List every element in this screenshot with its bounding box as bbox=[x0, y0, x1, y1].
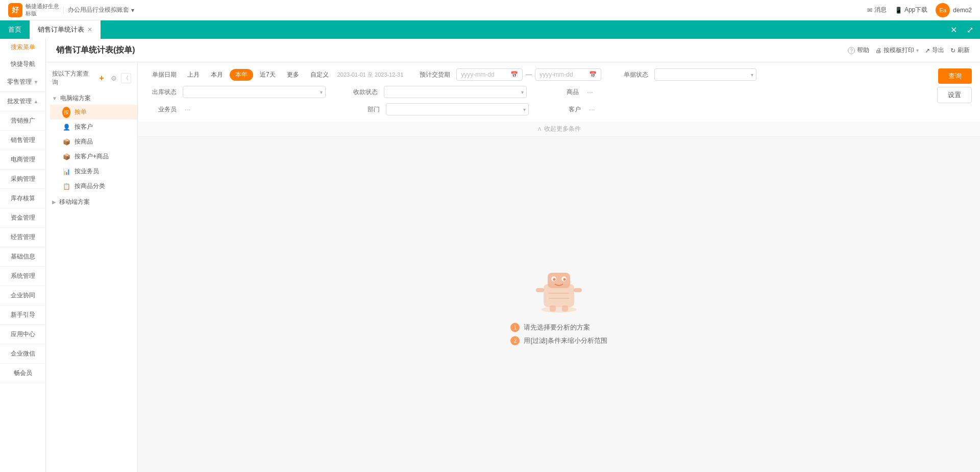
pay-status-select-wrap: ▾ bbox=[384, 86, 527, 98]
date-btn-this-year[interactable]: 本年 bbox=[230, 69, 253, 81]
print-icon: 🖨 bbox=[875, 47, 881, 54]
scheme-item-by-goods[interactable]: 📦 按商品 bbox=[50, 134, 137, 149]
sidebar-item-weixin[interactable]: 企业微信 bbox=[0, 344, 45, 364]
scheme-desktop-arrow-icon: ▼ bbox=[52, 96, 57, 101]
filter-form: 单据日期 上月 本月 本年 近7天 更多 自定义 2023-01-01 至 20… bbox=[138, 62, 933, 122]
tab-bar-right: ✕ ⤢ bbox=[947, 23, 980, 36]
staff-ellipsis[interactable]: ··· bbox=[185, 105, 328, 113]
ship-status-select[interactable] bbox=[183, 86, 326, 98]
sidebar-item-purchase[interactable]: 采购管理 bbox=[0, 170, 45, 189]
customer-ellipsis[interactable]: ··· bbox=[589, 105, 595, 113]
scheme-item-by-staff[interactable]: 📊 按业务员 bbox=[50, 164, 137, 179]
sidebar-search[interactable]: 搜索菜单 bbox=[0, 39, 45, 56]
empty-step-1: 1 请先选择要分析的方案 bbox=[510, 323, 607, 332]
tab-sales-order-stats[interactable]: 销售订单统计表 ✕ bbox=[30, 20, 101, 39]
scheme-panel: 按以下方案查询 + ⚙ 《 ▼ 电脑端方案 bbox=[46, 62, 138, 472]
sidebar-item-retail[interactable]: 零售管理 ▼ bbox=[0, 73, 45, 92]
calendar-icon-2: 📅 bbox=[589, 71, 597, 78]
sidebar-item-ecommerce[interactable]: 电商管理 bbox=[0, 150, 45, 170]
svg-rect-7 bbox=[536, 288, 544, 292]
page-header: 销售订单统计表(按单) ? 帮助 🖨 按模板打印 ▾ ↗ 导出 ↻ 刷新 bbox=[46, 39, 980, 62]
delivery-date-start[interactable]: yyyy-mm-dd 📅 bbox=[456, 68, 523, 81]
svg-rect-8 bbox=[574, 288, 582, 292]
page-area: 销售订单统计表(按单) ? 帮助 🖨 按模板打印 ▾ ↗ 导出 ↻ 刷新 bbox=[46, 39, 980, 472]
date-range-text: 2023-01-01 至 2023-12-31 bbox=[337, 71, 404, 79]
sidebar-item-finance[interactable]: 资金管理 bbox=[0, 208, 45, 228]
help-btn[interactable]: ? 帮助 bbox=[848, 46, 869, 55]
template-print-btn[interactable]: 🖨 按模板打印 ▾ bbox=[875, 46, 919, 55]
tab-fullscreen-btn[interactable]: ⤢ bbox=[964, 23, 976, 36]
scheme-item-by-customer-goods[interactable]: 📦 按客户+商品 bbox=[50, 149, 137, 164]
scheme-section-desktop-header[interactable]: ▼ 电脑端方案 bbox=[46, 92, 137, 105]
breadcrumb: 办公用品行业模拟账套 ▾ bbox=[68, 6, 134, 14]
scheme-section-desktop: ▼ 电脑端方案 按 按单 👤 按客户 bbox=[46, 92, 137, 194]
top-bar-left: 好 畅捷通好生意 标版 办公用品行业模拟账套 ▾ bbox=[8, 3, 134, 17]
scheme-section-mobile-header[interactable]: ▶ 移动端方案 bbox=[46, 196, 137, 208]
scheme-panel-header: 按以下方案查询 + ⚙ 《 bbox=[46, 67, 137, 89]
sidebar-item-system[interactable]: 系统管理 bbox=[0, 267, 45, 286]
query-button[interactable]: 查询 bbox=[938, 68, 972, 84]
sidebar-item-enterprise[interactable]: 企业协同 bbox=[0, 286, 45, 305]
svg-rect-11 bbox=[550, 305, 556, 312]
sidebar-item-appstore[interactable]: 应用中心 bbox=[0, 325, 45, 344]
tab-close-icon[interactable]: ✕ bbox=[87, 26, 92, 33]
scheme-item-by-customer[interactable]: 👤 按客户 bbox=[50, 120, 137, 134]
filter-container: 单据日期 上月 本月 本年 近7天 更多 自定义 2023-01-01 至 20… bbox=[138, 62, 980, 122]
sidebar-item-operations[interactable]: 经营管理 bbox=[0, 228, 45, 247]
date-btn-last-month[interactable]: 上月 bbox=[183, 69, 204, 81]
empty-state: 1 请先选择要分析的方案 2 用[过滤]条件来缩小分析范围 bbox=[138, 137, 980, 472]
sidebar-wholesale-arrow: ▲ bbox=[34, 99, 39, 104]
svg-point-5 bbox=[553, 278, 556, 281]
scheme-add-icon[interactable]: + bbox=[96, 73, 107, 83]
message-action[interactable]: ✉ 消息 bbox=[867, 6, 887, 14]
sidebar-quick-nav[interactable]: 快捷导航 bbox=[0, 56, 45, 73]
date-btn-last7days[interactable]: 近7天 bbox=[255, 69, 280, 81]
expected-delivery-inputs: yyyy-mm-dd 📅 — yyyy-mm-dd 📅 bbox=[456, 68, 601, 81]
tab-home[interactable]: 首页 bbox=[0, 20, 30, 39]
date-btn-this-month[interactable]: 本月 bbox=[206, 69, 228, 81]
collapse-bar[interactable]: ∧ 收起更多条件 bbox=[138, 122, 980, 137]
scheme-by-category-icon: 📋 bbox=[62, 182, 70, 191]
user-area[interactable]: Ea demo2 bbox=[936, 3, 972, 17]
svg-point-6 bbox=[564, 278, 566, 281]
ship-status-select-wrap: ▾ bbox=[183, 86, 326, 98]
sidebar-item-sales[interactable]: 销售管理 bbox=[0, 131, 45, 150]
sidebar-item-inventory[interactable]: 库存核算 bbox=[0, 189, 45, 208]
pay-status-label: 收款状态 bbox=[347, 88, 378, 97]
empty-illustration bbox=[528, 264, 590, 315]
logo-area: 好 畅捷通好生意 标版 bbox=[8, 3, 59, 17]
scheme-by-staff-icon: 📊 bbox=[62, 168, 70, 176]
scheme-item-by-category[interactable]: 📋 按商品分类 bbox=[50, 179, 137, 194]
help-icon: ? bbox=[848, 47, 855, 54]
content-panel: 按以下方案查询 + ⚙ 《 ▼ 电脑端方案 bbox=[46, 62, 980, 472]
scheme-collapse-btn[interactable]: 《 bbox=[121, 73, 131, 83]
message-icon: ✉ bbox=[867, 7, 872, 14]
sidebar-item-member[interactable]: 畅会员 bbox=[0, 364, 45, 383]
filter-buttons: 查询 设置 bbox=[933, 62, 980, 122]
scheme-settings-icon[interactable]: ⚙ bbox=[109, 73, 119, 83]
page-title: 销售订单统计表(按单) bbox=[56, 45, 135, 62]
dept-select[interactable] bbox=[386, 103, 529, 115]
app-download-action[interactable]: 📱 App下载 bbox=[895, 6, 927, 14]
dept-select-wrap: ▾ bbox=[386, 103, 529, 115]
staff-label: 业务员 bbox=[146, 105, 177, 114]
sidebar-item-marketing[interactable]: 营销推广 bbox=[0, 111, 45, 131]
reset-button[interactable]: 设置 bbox=[937, 87, 972, 103]
tab-close-window-btn[interactable]: ✕ bbox=[947, 23, 960, 36]
empty-robot-svg bbox=[528, 264, 590, 315]
date-btn-more[interactable]: 更多 bbox=[282, 69, 304, 81]
export-btn[interactable]: ↗ 导出 bbox=[925, 46, 944, 55]
goods-ellipsis[interactable]: ··· bbox=[587, 88, 593, 96]
sidebar-item-wholesale[interactable]: 批发管理 ▲ bbox=[0, 92, 45, 111]
doc-status-select[interactable] bbox=[654, 68, 756, 81]
empty-steps: 1 请先选择要分析的方案 2 用[过滤]条件来缩小分析范围 bbox=[510, 323, 607, 345]
divider bbox=[63, 7, 64, 14]
scheme-item-by-order[interactable]: 按 按单 bbox=[50, 105, 137, 120]
sidebar-item-newuser[interactable]: 新手引导 bbox=[0, 305, 45, 325]
pay-status-select[interactable] bbox=[384, 86, 527, 98]
scheme-by-order-icon: 按 bbox=[62, 108, 70, 116]
sidebar-item-basic[interactable]: 基础信息 bbox=[0, 247, 45, 267]
date-btn-custom[interactable]: 自定义 bbox=[306, 69, 333, 81]
delivery-date-end[interactable]: yyyy-mm-dd 📅 bbox=[535, 68, 601, 81]
refresh-btn[interactable]: ↻ 刷新 bbox=[950, 46, 970, 55]
